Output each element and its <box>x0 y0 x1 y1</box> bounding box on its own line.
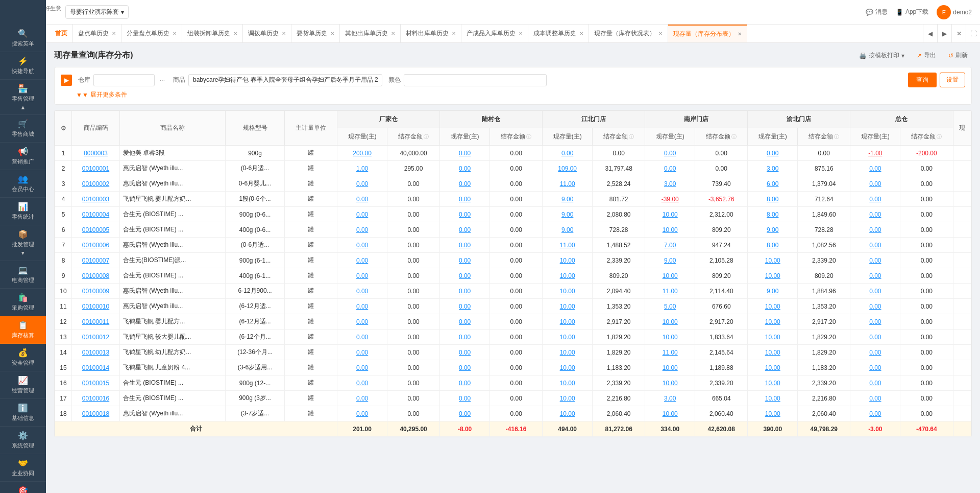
code-cell[interactable]: 00100003 <box>72 192 120 207</box>
l-qty-cell[interactable]: 0.00 <box>440 176 490 192</box>
total-qty-cell[interactable]: 0.00 <box>850 330 900 345</box>
l-qty-cell[interactable]: 0.00 <box>440 299 490 314</box>
user-area[interactable]: E demo2 <box>937 5 972 19</box>
nav-next-btn[interactable]: ▶ <box>937 25 951 43</box>
code-cell[interactable]: 00100005 <box>72 222 120 238</box>
code-cell[interactable]: 00100008 <box>72 268 120 284</box>
l-qty-cell[interactable]: 0.00 <box>440 238 490 253</box>
total-qty-cell[interactable]: 0.00 <box>850 345 900 360</box>
tab-11[interactable]: 现存量（库存分布表） ✕ <box>668 25 747 43</box>
na-qty-cell[interactable]: 3.00 <box>645 176 695 192</box>
toggle-arrow[interactable]: ▶ <box>61 75 72 86</box>
yb-qty-cell[interactable]: 10.00 <box>748 360 798 375</box>
yb-qty-cell[interactable]: 10.00 <box>748 375 798 391</box>
yb-qty-cell[interactable]: 6.00 <box>748 176 798 192</box>
close-icon[interactable]: ✕ <box>233 31 237 36</box>
f-qty-cell[interactable]: 0.00 <box>337 253 387 268</box>
tab-9[interactable]: 成本调整单历史 ✕ <box>528 25 589 43</box>
jb-qty-cell[interactable]: 10.00 <box>543 314 593 330</box>
jb-qty-cell[interactable]: 10.00 <box>543 360 593 375</box>
tab-7[interactable]: 材料出库单历史 ✕ <box>401 25 461 43</box>
sidebar-item-inventory[interactable]: 📋 库存核算 <box>0 316 46 344</box>
total-qty-cell[interactable]: 0.00 <box>850 207 900 222</box>
l-qty-cell[interactable]: 0.00 <box>440 284 490 299</box>
code-cell[interactable]: 00100001 <box>72 161 120 176</box>
sidebar-item-nav[interactable]: ⚡ 快捷导航 <box>0 52 46 80</box>
yb-qty-cell[interactable]: 10.00 <box>748 406 798 421</box>
jb-qty-cell[interactable]: 0.00 <box>543 146 593 161</box>
close-icon[interactable]: ✕ <box>330 31 334 36</box>
na-qty-cell[interactable]: 10.00 <box>645 406 695 421</box>
na-qty-cell[interactable]: 7.00 <box>645 238 695 253</box>
code-cell[interactable]: 00100009 <box>72 284 120 299</box>
total-qty-cell[interactable]: 0.00 <box>850 375 900 391</box>
total-qty-cell[interactable]: 0.00 <box>850 360 900 375</box>
jb-qty-cell[interactable]: 11.00 <box>543 176 593 192</box>
na-qty-cell[interactable]: 10.00 <box>645 314 695 330</box>
sidebar-item-management[interactable]: 📈 经营管理 <box>0 371 46 399</box>
total-qty-cell[interactable]: 0.00 <box>850 238 900 253</box>
sidebar-item-guide[interactable]: 🎯 新手引导 <box>0 482 46 493</box>
total-qty-cell[interactable]: 0.00 <box>850 192 900 207</box>
jb-qty-cell[interactable]: 10.00 <box>543 330 593 345</box>
tab-4[interactable]: 调拨单历史 ✕ <box>243 25 291 43</box>
goods-input[interactable] <box>188 74 382 86</box>
jb-qty-cell[interactable]: 10.00 <box>543 406 593 421</box>
yb-qty-cell[interactable]: 0.00 <box>748 146 798 161</box>
sidebar-item-mall[interactable]: 🛒 零售商城 <box>0 115 46 143</box>
sidebar-item-basic[interactable]: ℹ️ 基础信息 <box>0 399 46 427</box>
sidebar-item-collab[interactable]: 🤝 企业协同 <box>0 454 46 482</box>
total-qty-cell[interactable]: 0.00 <box>850 314 900 330</box>
tab-5[interactable]: 要货单历史 ✕ <box>291 25 340 43</box>
yb-qty-cell[interactable]: 10.00 <box>748 253 798 268</box>
f-qty-cell[interactable]: 0.00 <box>337 391 387 406</box>
close-icon[interactable]: ✕ <box>452 31 456 36</box>
tab-6[interactable]: 其他出库单历史 ✕ <box>340 25 401 43</box>
f-qty-cell[interactable]: 0.00 <box>337 284 387 299</box>
code-cell[interactable]: 00100014 <box>72 360 120 375</box>
na-qty-cell[interactable]: 11.00 <box>645 345 695 360</box>
total-qty-cell[interactable]: 0.00 <box>850 222 900 238</box>
na-qty-cell[interactable]: 0.00 <box>645 146 695 161</box>
total-qty-cell[interactable]: 0.00 <box>850 161 900 176</box>
yb-qty-cell[interactable]: 9.00 <box>748 284 798 299</box>
close-icon[interactable]: ✕ <box>519 31 523 36</box>
code-cell[interactable]: 00100012 <box>72 330 120 345</box>
yb-qty-cell[interactable]: 10.00 <box>748 330 798 345</box>
nav-expand-btn[interactable]: ⛶ <box>966 25 980 43</box>
l-qty-cell[interactable]: 0.00 <box>440 222 490 238</box>
jb-qty-cell[interactable]: 10.00 <box>543 299 593 314</box>
l-qty-cell[interactable]: 0.00 <box>440 330 490 345</box>
message-btn[interactable]: 💬 消息 <box>866 8 888 16</box>
tab-10[interactable]: 现存量（库存状况表） ✕ <box>589 25 668 43</box>
tab-3[interactable]: 组装拆卸单历史 ✕ <box>182 25 243 43</box>
app-download-btn[interactable]: 📱 App下载 <box>896 8 928 16</box>
close-icon[interactable]: ✕ <box>282 31 286 36</box>
close-icon[interactable]: ✕ <box>658 31 663 36</box>
l-qty-cell[interactable]: 0.00 <box>440 253 490 268</box>
sidebar-item-ecommerce[interactable]: 💻 电商管理 <box>0 261 46 289</box>
export-btn[interactable]: ↗ 导出 <box>913 49 940 62</box>
total-qty-cell[interactable]: 0.00 <box>850 406 900 421</box>
nav-close-btn[interactable]: ✕ <box>951 25 966 43</box>
l-qty-cell[interactable]: 0.00 <box>440 192 490 207</box>
code-cell[interactable]: 0000003 <box>72 146 120 161</box>
na-qty-cell[interactable]: 10.00 <box>645 222 695 238</box>
f-qty-cell[interactable]: 0.00 <box>337 192 387 207</box>
expand-btn[interactable]: ▼▼ 展开更多条件 <box>76 90 965 99</box>
setting-button[interactable]: 设置 <box>940 73 965 87</box>
na-qty-cell[interactable]: 11.00 <box>645 284 695 299</box>
code-cell[interactable]: 00100013 <box>72 345 120 360</box>
print-btn[interactable]: 🖨️ 按模板打印 ▾ <box>855 49 909 62</box>
yb-qty-cell[interactable]: 10.00 <box>748 299 798 314</box>
sidebar-item-purchase[interactable]: 🛍️ 采购管理 <box>0 289 46 316</box>
na-qty-cell[interactable]: -39.00 <box>645 192 695 207</box>
code-cell[interactable]: 00100011 <box>72 314 120 330</box>
yb-qty-cell[interactable]: 10.00 <box>748 314 798 330</box>
f-qty-cell[interactable]: 0.00 <box>337 176 387 192</box>
close-icon[interactable]: ✕ <box>579 31 583 36</box>
l-qty-cell[interactable]: 0.00 <box>440 375 490 391</box>
yb-qty-cell[interactable]: 10.00 <box>748 268 798 284</box>
yb-qty-cell[interactable]: 3.00 <box>748 161 798 176</box>
code-cell[interactable]: 00100016 <box>72 391 120 406</box>
